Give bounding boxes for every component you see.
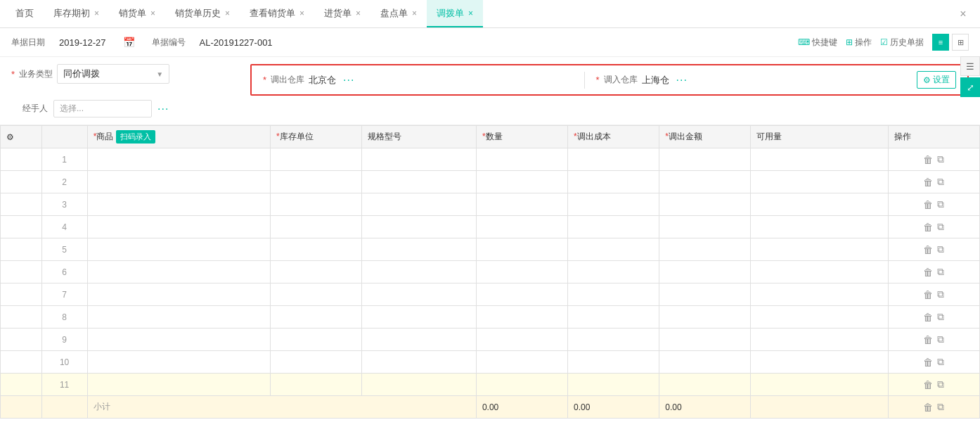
row-cost-cell[interactable]: [568, 171, 659, 193]
row-amount-cell[interactable]: [659, 238, 751, 261]
business-type-select[interactable]: 同价调拨 ▼: [57, 64, 169, 84]
delete-icon[interactable]: 🗑: [923, 177, 933, 188]
operation-button[interactable]: ⊞ 操作: [846, 37, 872, 49]
row-product-cell[interactable]: [87, 171, 270, 193]
delete-icon[interactable]: 🗑: [923, 312, 933, 323]
row-amount-cell[interactable]: [659, 306, 751, 329]
row-unit-cell[interactable]: [271, 283, 362, 306]
layout-btn-list[interactable]: ≡: [932, 34, 949, 51]
copy-icon[interactable]: ⧉: [937, 153, 944, 165]
delete-icon[interactable]: 🗑: [923, 334, 933, 345]
tab-sales-history[interactable]: 销货单历史 ×: [165, 0, 240, 27]
handler-select[interactable]: 选择...: [53, 100, 152, 117]
row-unit-cell[interactable]: [271, 351, 362, 374]
delete-icon[interactable]: 🗑: [923, 244, 933, 255]
settings-button[interactable]: ⚙ 设置: [917, 71, 956, 89]
delete-icon[interactable]: 🗑: [923, 289, 933, 300]
row-amount-cell[interactable]: [659, 193, 751, 216]
row-cost-cell[interactable]: [568, 306, 659, 329]
row-unit-cell[interactable]: [271, 238, 362, 261]
row-spec-cell[interactable]: [362, 261, 477, 283]
row-cost-cell[interactable]: [568, 283, 659, 306]
tab-sales-history-close[interactable]: ×: [225, 8, 230, 18]
row-cost-cell[interactable]: [568, 148, 659, 171]
row-qty-cell[interactable]: [476, 171, 567, 193]
row-spec-cell[interactable]: [362, 283, 477, 306]
layout-btn-grid[interactable]: ⊞: [952, 34, 969, 51]
copy-icon[interactable]: ⧉: [937, 243, 944, 255]
row-spec-cell[interactable]: [362, 216, 477, 238]
tab-inventory-init[interactable]: 库存期初 ×: [44, 0, 109, 27]
row-amount-cell[interactable]: [659, 329, 751, 351]
row-available-cell[interactable]: [751, 216, 888, 238]
row-unit-cell[interactable]: [271, 374, 362, 396]
row-spec-cell[interactable]: [362, 374, 477, 396]
col-header-settings[interactable]: ⚙: [1, 126, 42, 148]
tab-transfer-order-close[interactable]: ×: [468, 8, 473, 18]
row-amount-cell[interactable]: [659, 374, 751, 396]
row-qty-cell[interactable]: [476, 238, 567, 261]
row-product-cell[interactable]: [87, 261, 270, 283]
row-qty-cell[interactable]: [476, 374, 567, 396]
delete-icon[interactable]: 🗑: [923, 154, 933, 165]
row-product-cell[interactable]: [87, 306, 270, 329]
row-available-cell[interactable]: [751, 306, 888, 329]
copy-icon[interactable]: ⧉: [937, 198, 944, 210]
table-settings-icon[interactable]: ⚙: [6, 132, 14, 142]
history-button[interactable]: ☑ 历史单据: [880, 37, 924, 49]
row-qty-cell[interactable]: [476, 306, 567, 329]
row-product-cell[interactable]: [87, 148, 270, 171]
row-spec-cell[interactable]: [362, 193, 477, 216]
row-unit-cell[interactable]: [271, 148, 362, 171]
tab-inventory-check[interactable]: 盘点单 ×: [370, 0, 427, 27]
row-product-cell[interactable]: [87, 283, 270, 306]
row-cost-cell[interactable]: [568, 216, 659, 238]
tab-transfer-order[interactable]: 调拨单 ×: [427, 0, 483, 27]
row-product-cell[interactable]: [87, 216, 270, 238]
row-available-cell[interactable]: [751, 329, 888, 351]
row-cost-cell[interactable]: [568, 351, 659, 374]
copy-icon[interactable]: ⧉: [937, 176, 944, 188]
row-qty-cell[interactable]: [476, 193, 567, 216]
tab-inventory-init-close[interactable]: ×: [94, 8, 99, 18]
row-product-cell[interactable]: [87, 351, 270, 374]
tab-sales-order-close[interactable]: ×: [150, 8, 155, 18]
row-product-cell[interactable]: [87, 374, 270, 396]
tab-sales-order[interactable]: 销货单 ×: [109, 0, 165, 27]
copy-icon[interactable]: ⧉: [937, 333, 944, 345]
row-cost-cell[interactable]: [568, 374, 659, 396]
row-spec-cell[interactable]: [362, 148, 477, 171]
tab-purchase-order-close[interactable]: ×: [356, 8, 361, 18]
row-amount-cell[interactable]: [659, 283, 751, 306]
row-unit-cell[interactable]: [271, 306, 362, 329]
copy-icon[interactable]: ⧉: [937, 356, 944, 368]
row-qty-cell[interactable]: [476, 261, 567, 283]
transfer-in-value[interactable]: 上海仓: [642, 74, 669, 87]
subtotal-copy-icon[interactable]: ⧉: [937, 401, 944, 413]
row-available-cell[interactable]: [751, 261, 888, 283]
window-close-button[interactable]: ×: [952, 3, 974, 25]
row-available-cell[interactable]: [751, 193, 888, 216]
scan-button[interactable]: 扫码录入: [116, 130, 155, 144]
row-product-cell[interactable]: [87, 238, 270, 261]
handler-more-icon[interactable]: ···: [157, 103, 169, 115]
subtotal-delete-icon[interactable]: 🗑: [923, 402, 933, 413]
sidebar-tool-list[interactable]: ☰: [960, 56, 980, 76]
row-unit-cell[interactable]: [271, 261, 362, 283]
delete-icon[interactable]: 🗑: [923, 357, 933, 368]
row-cost-cell[interactable]: [568, 238, 659, 261]
copy-icon[interactable]: ⧉: [937, 311, 944, 323]
row-available-cell[interactable]: [751, 351, 888, 374]
table-scroll-area[interactable]: ⚙ *商品 扫码录入 *库存单位 规格型号 *数量 *调出成本 *调出金额 可用…: [0, 125, 980, 446]
row-spec-cell[interactable]: [362, 306, 477, 329]
tab-view-sales[interactable]: 查看销货单 ×: [240, 0, 314, 27]
row-amount-cell[interactable]: [659, 171, 751, 193]
row-qty-cell[interactable]: [476, 351, 567, 374]
row-cost-cell[interactable]: [568, 193, 659, 216]
row-available-cell[interactable]: [751, 374, 888, 396]
row-unit-cell[interactable]: [271, 216, 362, 238]
row-spec-cell[interactable]: [362, 351, 477, 374]
row-unit-cell[interactable]: [271, 193, 362, 216]
row-spec-cell[interactable]: [362, 171, 477, 193]
copy-icon[interactable]: ⧉: [937, 288, 944, 300]
